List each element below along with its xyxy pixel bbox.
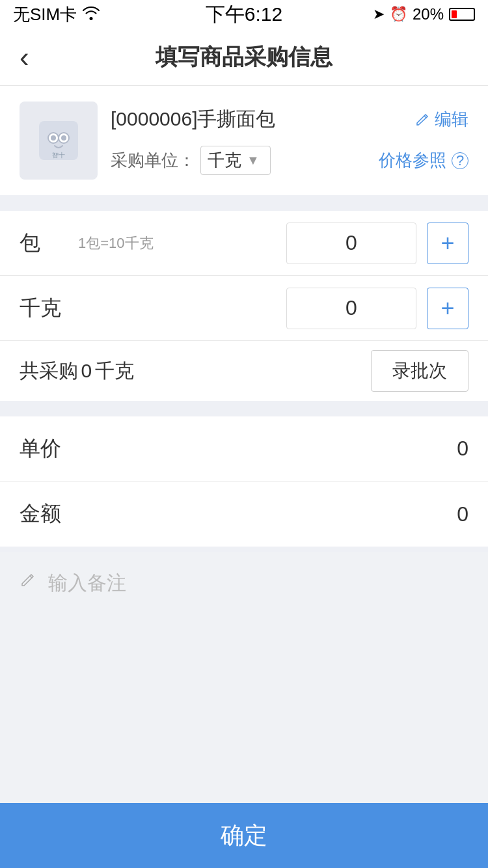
record-batch-label: 录批次 <box>392 360 447 381</box>
record-batch-button[interactable]: 录批次 <box>371 350 468 392</box>
back-button[interactable]: ‹ <box>20 41 29 74</box>
summary-text: 共采购 0 千克 <box>20 358 134 385</box>
svg-point-4 <box>61 135 66 141</box>
bag-label: 包 <box>20 229 72 258</box>
help-icon: ? <box>452 152 468 169</box>
wifi-icon <box>82 5 100 25</box>
kg-label: 千克 <box>20 294 72 323</box>
status-left: 无SIM卡 <box>13 3 100 26</box>
product-info: [0000006]手撕面包 编辑 采购单位： 千克 ▼ 价格参照 ? <box>111 106 468 175</box>
nav-bar: ‹ 填写商品采购信息 <box>0 29 488 86</box>
note-section[interactable]: 输入备注 <box>0 552 488 803</box>
quantity-section: 包 1包=10千克 + 千克 + <box>0 211 488 341</box>
chevron-down-icon: ▼ <box>247 153 260 168</box>
battery-percent: 20% <box>413 5 444 23</box>
bag-quantity-input[interactable] <box>286 223 416 264</box>
bag-row: 包 1包=10千克 + <box>0 211 488 276</box>
product-image: 智十 <box>20 102 98 180</box>
unit-price-value: 0 <box>457 437 468 461</box>
amount-row: 金额 0 <box>0 481 488 547</box>
edit-label: 编辑 <box>435 108 468 131</box>
status-time: 下午6:12 <box>206 1 282 28</box>
product-full-name: [0000006]手撕面包 <box>111 106 275 133</box>
kg-plus-button[interactable]: + <box>427 288 468 329</box>
unit-price-row: 单价 0 <box>0 416 488 481</box>
battery-icon <box>449 8 475 21</box>
status-bar: 无SIM卡 下午6:12 ➤ ⏰ 20% <box>0 0 488 29</box>
bag-sublabel: 1包=10千克 <box>78 234 154 253</box>
pencil-icon <box>20 570 38 593</box>
kg-input-right: + <box>72 288 468 329</box>
confirm-label: 确定 <box>221 820 267 852</box>
edit-button[interactable]: 编辑 <box>415 108 468 131</box>
confirm-button[interactable]: 确定 <box>0 803 488 868</box>
product-header: [0000006]手撕面包 编辑 <box>111 106 468 133</box>
unit-price-label: 单价 <box>20 435 61 463</box>
bag-input-right: + <box>154 223 468 264</box>
summary-unit: 千克 <box>95 360 134 381</box>
sim-text: 无SIM卡 <box>13 3 77 26</box>
alarm-icon: ⏰ <box>390 6 407 23</box>
unit-value: 千克 <box>208 149 241 172</box>
summary-prefix: 共采购 <box>20 360 78 381</box>
summary-amount: 0 <box>81 360 92 381</box>
unit-label: 采购单位： 千克 ▼ <box>111 146 271 175</box>
unit-select[interactable]: 千克 ▼ <box>200 146 271 175</box>
price-ref-label: 价格参照 <box>379 149 446 172</box>
bag-plus-button[interactable]: + <box>427 223 468 264</box>
product-card: 智十 [0000006]手撕面包 编辑 采购单位： 千克 ▼ <box>0 86 488 200</box>
kg-row: 千克 + <box>0 276 488 341</box>
section-divider-1 <box>0 200 488 211</box>
note-input-area: 输入备注 <box>20 570 468 597</box>
svg-point-3 <box>51 135 56 141</box>
product-unit-row: 采购单位： 千克 ▼ 价格参照 ? <box>111 146 468 175</box>
price-amount-section: 单价 0 金额 0 <box>0 416 488 552</box>
kg-quantity-input[interactable] <box>286 288 416 329</box>
svg-text:智十: 智十 <box>52 152 65 159</box>
product-image-placeholder: 智十 <box>39 121 78 160</box>
amount-label: 金额 <box>20 500 61 528</box>
amount-value: 0 <box>457 502 468 526</box>
location-icon: ➤ <box>373 6 385 23</box>
unit-label-text: 采购单位： <box>111 149 195 172</box>
note-placeholder: 输入备注 <box>48 570 126 597</box>
page-title: 填写商品采购信息 <box>156 42 332 72</box>
price-ref-button[interactable]: 价格参照 ? <box>379 149 468 172</box>
section-divider-2 <box>0 406 488 416</box>
status-right: ➤ ⏰ 20% <box>373 5 475 23</box>
summary-row: 共采购 0 千克 录批次 <box>0 341 488 406</box>
